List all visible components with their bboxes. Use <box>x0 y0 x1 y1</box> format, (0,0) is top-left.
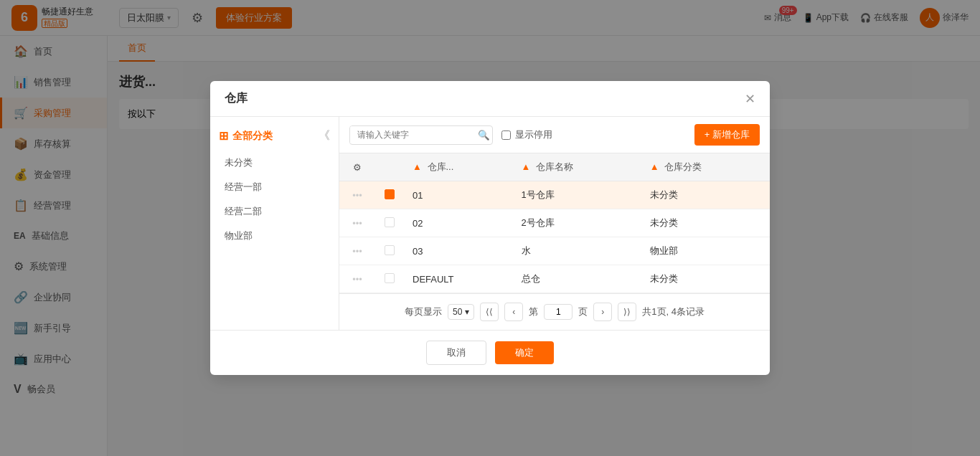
category-item-property[interactable]: 物业部 <box>210 224 339 248</box>
last-page-button[interactable]: ⟩⟩ <box>618 303 636 321</box>
collapse-button[interactable]: 《 <box>319 128 330 143</box>
modal-title: 仓库 <box>225 91 248 106</box>
grid-icon: ⊞ <box>219 129 228 143</box>
toolbar-left: 🔍 显示停用 <box>349 125 552 145</box>
modal-overlay: 仓库 ✕ ⊞ 全部分类 《 未分类 经营一部 经营二部 物业部 <box>0 0 980 456</box>
category-item-ops2[interactable]: 经营二部 <box>210 199 339 224</box>
modal-header: 仓库 ✕ <box>210 81 770 117</box>
table-toolbar: 🔍 显示停用 + 新增仓库 <box>339 117 770 153</box>
toolbar-right: + 新增仓库 <box>694 124 760 146</box>
sort-icon: ▲ <box>413 161 422 172</box>
left-panel: ⊞ 全部分类 《 未分类 经营一部 经营二部 物业部 <box>210 117 339 330</box>
modal-close-button[interactable]: ✕ <box>745 92 755 105</box>
row-category: 物业部 <box>641 237 770 265</box>
row-action-icon: ••• <box>352 246 362 257</box>
first-page-button[interactable]: ⟨⟨ <box>480 303 499 321</box>
row-name: 2号仓库 <box>513 209 641 237</box>
next-page-button[interactable]: › <box>593 303 612 321</box>
show-disabled-label[interactable]: 显示停用 <box>501 128 552 141</box>
confirm-button[interactable]: 确定 <box>495 341 554 364</box>
page-size-chevron: ▾ <box>465 307 469 317</box>
search-input[interactable] <box>350 126 472 143</box>
table-row[interactable]: ••• DEFAULT 总仓 未分类 <box>339 265 770 293</box>
row-checkbox-cell[interactable] <box>375 237 404 265</box>
search-button[interactable]: 🔍 <box>472 126 493 144</box>
category-item-ops1[interactable]: 经营一部 <box>210 175 339 199</box>
page-size-select[interactable]: 50 ▾ <box>448 304 474 320</box>
row-checkbox[interactable] <box>385 189 395 199</box>
add-warehouse-button[interactable]: + 新增仓库 <box>694 124 760 146</box>
th-settings: ⚙ <box>339 153 375 181</box>
sort-icon-cat: ▲ <box>650 161 659 172</box>
table-row[interactable]: ••• 02 2号仓库 未分类 <box>339 209 770 237</box>
row-category: 未分类 <box>641 209 770 237</box>
row-category: 未分类 <box>641 181 770 209</box>
all-categories[interactable]: ⊞ 全部分类 <box>219 129 273 143</box>
prev-page-button[interactable]: ‹ <box>504 303 523 321</box>
pagination: 每页显示 50 ▾ ⟨⟨ ‹ 第 页 › ⟩⟩ 共1页, 4条记录 <box>339 293 770 330</box>
row-action-icon: ••• <box>352 190 362 201</box>
modal-body: ⊞ 全部分类 《 未分类 经营一部 经营二部 物业部 🔍 <box>210 117 770 330</box>
row-checkbox[interactable] <box>385 245 395 255</box>
search-box: 🔍 <box>349 125 493 145</box>
category-item-unclassified[interactable]: 未分类 <box>210 151 339 175</box>
right-panel: 🔍 显示停用 + 新增仓库 <box>339 117 770 330</box>
row-code: 01 <box>404 181 513 209</box>
row-checkbox-cell[interactable] <box>375 209 404 237</box>
th-code: ▲ 仓库... <box>404 153 513 181</box>
table-container: ⚙ ▲ 仓库... ▲ 仓库名称 <box>339 153 770 293</box>
row-action-icon: ••• <box>352 218 362 229</box>
row-checkbox-cell[interactable] <box>375 265 404 293</box>
table-row[interactable]: ••• 01 1号仓库 未分类 <box>339 181 770 209</box>
th-name: ▲ 仓库名称 <box>513 153 641 181</box>
row-name: 1号仓库 <box>513 181 641 209</box>
cancel-button[interactable]: 取消 <box>426 341 486 365</box>
page-number-input[interactable] <box>544 304 573 320</box>
modal-footer: 取消 确定 <box>210 330 770 375</box>
row-actions: ••• <box>339 265 375 293</box>
row-actions: ••• <box>339 181 375 209</box>
row-actions: ••• <box>339 237 375 265</box>
row-checkbox[interactable] <box>385 217 395 227</box>
row-name: 总仓 <box>513 265 641 293</box>
row-checkbox-cell[interactable] <box>375 181 404 209</box>
sort-icon-name: ▲ <box>522 161 531 172</box>
row-code: 02 <box>404 209 513 237</box>
row-name: 水 <box>513 237 641 265</box>
row-category: 未分类 <box>641 265 770 293</box>
show-disabled-checkbox[interactable] <box>501 130 511 140</box>
left-panel-header: ⊞ 全部分类 《 <box>210 124 339 151</box>
row-code: 03 <box>404 237 513 265</box>
row-checkbox[interactable] <box>385 273 395 283</box>
row-action-icon: ••• <box>352 274 362 285</box>
th-checkbox <box>375 153 404 181</box>
th-category: ▲ 仓库分类 <box>641 153 770 181</box>
table-row[interactable]: ••• 03 水 物业部 <box>339 237 770 265</box>
row-code: DEFAULT <box>404 265 513 293</box>
warehouse-table: ⚙ ▲ 仓库... ▲ 仓库名称 <box>339 153 770 293</box>
row-actions: ••• <box>339 209 375 237</box>
warehouse-modal: 仓库 ✕ ⊞ 全部分类 《 未分类 经营一部 经营二部 物业部 <box>210 81 770 375</box>
